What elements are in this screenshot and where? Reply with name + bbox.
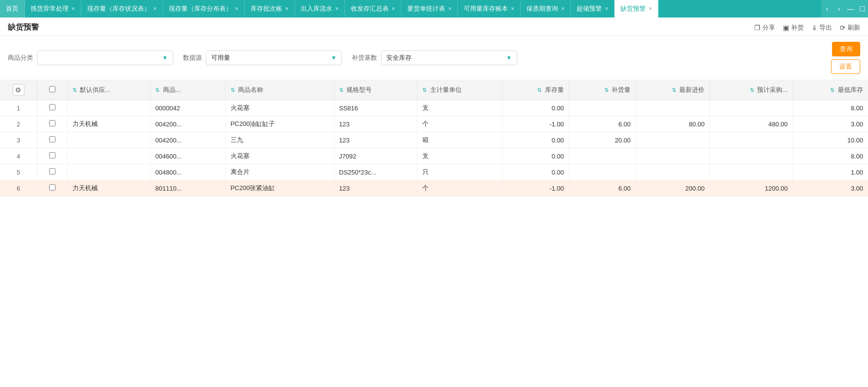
cell-index: 5 [0, 164, 37, 180]
cell-unit: 只 [417, 164, 502, 180]
cell-stock: 0.00 [502, 148, 569, 164]
table-row: 5 004800... 离合片 DS250*23c... 只 0.00 1.00 [0, 164, 868, 180]
cell-min-stock: 8.00 [793, 100, 868, 116]
cell-supplier: 力天机械 [67, 116, 150, 132]
tab-inout-flow[interactable]: 出入库流水 × [295, 0, 345, 18]
tab-receipt-summary[interactable]: 收发存汇总表 × [345, 0, 401, 18]
row-checkbox[interactable] [49, 120, 55, 126]
cell-est-purchase: 1200.00 [710, 180, 793, 196]
cell-stock: 0.00 [502, 132, 569, 148]
category-arrow-icon: ▼ [162, 54, 168, 61]
tab-maximize[interactable]: ☐ [856, 0, 868, 18]
page-content: 缺货预警 ❐ 分享 ▣ 补货 ⇓ 导出 ⟳ 刷新 商品分类 [0, 18, 868, 387]
cell-stock: 0.00 [502, 164, 569, 180]
sort-price-icon: ⇅ [672, 87, 676, 93]
tab-overstock-warning[interactable]: 超储预警 × [571, 0, 615, 18]
cell-supplier [67, 148, 150, 164]
tab-picking[interactable]: 拣货异常处理 × [25, 0, 81, 18]
cell-latest-price: 80.00 [636, 116, 710, 132]
select-all-checkbox[interactable] [49, 86, 55, 92]
share-button[interactable]: ❐ 分享 [754, 23, 775, 32]
cell-checkbox [37, 132, 67, 148]
cell-checkbox [37, 164, 67, 180]
tab-close-purchase-stats[interactable]: × [448, 5, 452, 12]
cell-unit: 箱 [417, 132, 502, 148]
cell-replenish [569, 148, 635, 164]
cell-latest-price [636, 148, 710, 164]
th-unit: ⇅ 主计量单位 [417, 80, 502, 100]
replenish-base-select[interactable]: 安全库存 ▼ [381, 51, 517, 65]
tab-shortage-warning[interactable]: 缺货预警 × [615, 0, 658, 18]
row-checkbox[interactable] [49, 152, 55, 158]
cell-spec: DS250*23c... [334, 164, 417, 180]
replenish-button[interactable]: ▣ 补货 [783, 23, 804, 32]
row-checkbox[interactable] [49, 168, 55, 175]
category-select[interactable]: ▼ [37, 51, 173, 65]
tab-close-batch-account[interactable]: × [285, 5, 289, 12]
cell-unit: 支 [417, 148, 502, 164]
cell-code: 004200... [150, 116, 225, 132]
cell-spec: 123 [334, 180, 417, 196]
tab-nav-prev[interactable]: ‹ [821, 0, 833, 18]
tab-expiry-query[interactable]: 保质期查询 × [521, 0, 571, 18]
row-checkbox[interactable] [49, 184, 55, 191]
cell-min-stock: 3.00 [793, 180, 868, 196]
tab-minimize[interactable]: — [845, 0, 856, 18]
setting-button[interactable]: 设置 [831, 59, 860, 74]
tab-close-available-account[interactable]: × [511, 5, 514, 12]
category-label: 商品分类 [8, 53, 33, 62]
share-icon: ❐ [754, 24, 760, 32]
tab-inventory-status[interactable]: 现存量（库存状况表） × [81, 0, 163, 18]
sort-purchase-icon: ⇅ [750, 87, 754, 93]
tab-close-receipt-summary[interactable]: × [392, 5, 395, 12]
tab-nav-next[interactable]: › [833, 0, 845, 18]
sort-name-icon: ⇅ [231, 87, 235, 93]
tab-purchase-stats[interactable]: 要货单统计表 × [401, 0, 458, 18]
cell-name: 三九 [225, 132, 334, 148]
cell-spec: J7092 [334, 148, 417, 164]
cell-code: 004800... [150, 164, 225, 180]
tab-close-inventory-dist[interactable]: × [235, 5, 238, 12]
refresh-icon: ⟳ [840, 24, 846, 32]
cell-checkbox [37, 148, 67, 164]
tab-close-overstock-warning[interactable]: × [605, 5, 608, 12]
tab-batch-account[interactable]: 库存批次账 × [245, 0, 295, 18]
tab-close-inventory-status[interactable]: × [153, 5, 157, 12]
th-replenish: ⇅ 补货量 [569, 80, 635, 100]
cell-index: 4 [0, 148, 37, 164]
cell-min-stock: 1.00 [793, 164, 868, 180]
cell-replenish [569, 100, 635, 116]
tab-inventory-dist[interactable]: 现存量（库存分布表） × [163, 0, 245, 18]
cell-est-purchase: 480.00 [710, 116, 793, 132]
column-settings-icon[interactable]: ⚙ [13, 84, 24, 96]
tab-close-picking[interactable]: × [72, 5, 75, 12]
row-checkbox[interactable] [49, 136, 55, 142]
cell-replenish: 20.00 [569, 132, 635, 148]
tab-close-inout-flow[interactable]: × [335, 5, 339, 12]
sort-unit-icon: ⇅ [422, 87, 427, 93]
tab-available-account[interactable]: 可用量库存账本 × [458, 0, 521, 18]
cell-unit: 个 [417, 116, 502, 132]
table-header-row: ⚙ ⇅ 默认供应... ⇅ 商品... ⇅ 商品名称 [0, 80, 868, 100]
filter-bar: 商品分类 ▼ 数据源 可用量 ▼ 补货基数 安全库存 ▼ 查询 设置 [0, 36, 868, 80]
cell-supplier [67, 164, 150, 180]
cell-latest-price: 200.00 [636, 180, 710, 196]
tab-close-expiry-query[interactable]: × [561, 5, 564, 12]
th-est-purchase: ⇅ 预计采购... [710, 80, 793, 100]
sort-stock-icon: ⇅ [537, 87, 542, 93]
cell-replenish: 6.00 [569, 180, 635, 196]
datasource-select[interactable]: 可用量 ▼ [206, 51, 342, 65]
tab-home[interactable]: 首页 [0, 0, 25, 18]
export-button[interactable]: ⇓ 导出 [812, 23, 832, 32]
cell-name: 离合片 [225, 164, 334, 180]
refresh-button[interactable]: ⟳ 刷新 [840, 23, 860, 32]
row-checkbox[interactable] [49, 104, 55, 110]
page-header: 缺货预警 ❐ 分享 ▣ 补货 ⇓ 导出 ⟳ 刷新 [0, 18, 868, 36]
th-checkbox [37, 80, 67, 100]
cell-latest-price [636, 132, 710, 148]
th-latest-price: ⇅ 最新进价 [636, 80, 710, 100]
cell-latest-price [636, 100, 710, 116]
cell-name: PC200油缸缸子 [225, 116, 334, 132]
query-button[interactable]: 查询 [832, 42, 860, 56]
tab-close-shortage-warning[interactable]: × [649, 5, 652, 12]
